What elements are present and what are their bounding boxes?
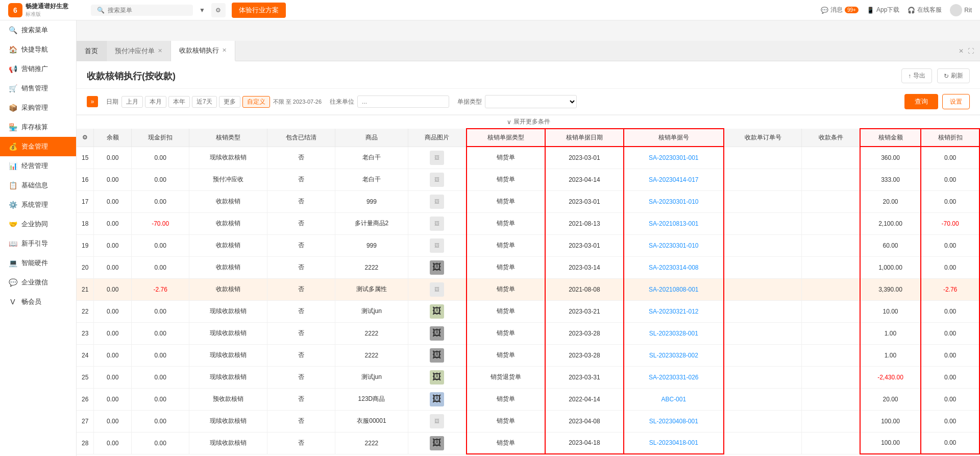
writeoff-no-link[interactable]: SA-20230414-017 bbox=[649, 176, 698, 183]
sidebar-item-search[interactable]: 🔍 搜索菜单 bbox=[0, 20, 76, 40]
sidebar-item-inventory[interactable]: 🏪 库存核算 bbox=[0, 117, 76, 137]
tab-collection[interactable]: 收款核销执行 ✕ bbox=[171, 41, 235, 61]
top-bar: 6 畅捷通谱好生意 标准版 🔍 ▼ ⚙ 体验行业方案 💬 消息 99+ 📱 Ap… bbox=[0, 0, 980, 20]
row-number: 25 bbox=[77, 366, 94, 388]
filter-bar: » 日期 上月 本月 本年 近7天 更多 自定义 不限 至 2023-07-26… bbox=[77, 89, 980, 115]
tab-prepay[interactable]: 预付冲应付单 ✕ bbox=[107, 41, 171, 61]
user-profile[interactable]: Rit bbox=[950, 4, 972, 16]
message-button[interactable]: 💬 消息 99+ bbox=[821, 6, 859, 14]
table-row: 260.000.00预收款核销否123D商品🖼销货单2022-04-14ABC-… bbox=[77, 388, 979, 410]
sidebar-item-purchase[interactable]: 📦 采购管理 bbox=[0, 98, 76, 117]
partner-input[interactable] bbox=[357, 95, 449, 108]
sidebar-item-hardware[interactable]: 💻 智能硬件 bbox=[0, 253, 76, 273]
search-input[interactable] bbox=[108, 7, 179, 14]
product-image: 🖼 bbox=[430, 414, 444, 428]
tab-close-prepay[interactable]: ✕ bbox=[158, 47, 162, 54]
date-btn-7days[interactable]: 近7天 bbox=[192, 96, 217, 108]
more-conditions-bar[interactable]: ∨ 展开更多条件 bbox=[77, 115, 980, 128]
query-button[interactable]: 查询 bbox=[904, 94, 938, 109]
table-row: 270.000.00现续收款核销否衣服00001🖼销货单2023-04-08SL… bbox=[77, 410, 979, 432]
filter-expand-button[interactable]: » bbox=[87, 96, 98, 107]
col-header-writeoff-discount: 核销折扣 bbox=[921, 129, 979, 147]
writeoff-no-link[interactable]: SL-20230328-002 bbox=[649, 352, 698, 359]
date-range-display: 不限 至 2023-07-26 bbox=[273, 98, 322, 106]
chevron-down-icon[interactable]: ▼ bbox=[199, 7, 205, 14]
writeoff-no-link[interactable]: SA-20230301-010 bbox=[649, 198, 698, 205]
sidebar-item-quick-nav[interactable]: 🏠 快捷导航 bbox=[0, 40, 76, 59]
tab-bar-actions: ✕ ⛶ bbox=[952, 47, 980, 55]
tab-bar: 首页 预付冲应付单 ✕ 收款核销执行 ✕ ✕ ⛶ bbox=[77, 41, 980, 61]
writeoff-no-link[interactable]: SA-20230301-001 bbox=[649, 154, 698, 161]
search-icon: 🔍 bbox=[97, 7, 105, 14]
sidebar-item-finance[interactable]: 💰 资金管理 bbox=[0, 137, 76, 156]
online-service-button[interactable]: 🎧 在线客服 bbox=[908, 6, 942, 14]
maximize-icon[interactable]: ⛶ bbox=[968, 47, 974, 55]
marketing-icon: 📢 bbox=[8, 64, 17, 74]
partner-filter-label: 往来单位 bbox=[330, 98, 354, 106]
col-header-writeoff-no: 核销单据号 bbox=[624, 129, 724, 147]
date-btn-this-month[interactable]: 本月 bbox=[145, 96, 166, 108]
col-header-writeoff-type: 核销类型 bbox=[189, 129, 267, 147]
date-btn-custom[interactable]: 自定义 bbox=[242, 96, 270, 108]
close-all-icon[interactable]: ✕ bbox=[959, 47, 964, 55]
export-button[interactable]: ↑ 导出 bbox=[901, 68, 932, 83]
writeoff-no-link[interactable]: SA-20230321-012 bbox=[649, 308, 698, 315]
date-btn-this-year[interactable]: 本年 bbox=[168, 96, 190, 108]
row-number: 17 bbox=[77, 190, 94, 212]
writeoff-no-link[interactable]: SL-20230418-001 bbox=[649, 439, 698, 446]
data-table: ⚙ 余额 现金折扣 核销类型 包含已结清 商品 商品图片 核销单据类型 核销单据… bbox=[77, 128, 980, 454]
sidebar-item-system[interactable]: ⚙️ 系统管理 bbox=[0, 195, 76, 214]
table-row: 230.000.00现续收款核销否2222🖼销货单2023-03-28SL-20… bbox=[77, 322, 979, 344]
settings-button[interactable]: 设置 bbox=[942, 94, 970, 109]
page-header: 收款核销执行(按收款) ↑ 导出 ↻ 刷新 bbox=[77, 61, 980, 89]
row-number: 19 bbox=[77, 234, 94, 256]
app-download-button[interactable]: 📱 App下载 bbox=[867, 6, 899, 14]
enterprise-icon: 🤝 bbox=[8, 220, 17, 229]
partner-filter-group: 往来单位 bbox=[330, 95, 449, 108]
date-btn-last-month[interactable]: 上月 bbox=[121, 96, 143, 108]
table-row: 160.000.00预付冲应收否老白干🖼销货单2023-04-14SA-2023… bbox=[77, 169, 979, 190]
refresh-button[interactable]: ↻ 刷新 bbox=[937, 68, 970, 83]
date-btn-more[interactable]: 更多 bbox=[219, 96, 240, 108]
row-number: 18 bbox=[77, 212, 94, 234]
writeoff-no-link[interactable]: SA-20210813-001 bbox=[649, 220, 698, 227]
gear-icon[interactable]: ⚙ bbox=[211, 3, 226, 17]
message-icon: 💬 bbox=[821, 7, 828, 14]
industry-button[interactable]: 体验行业方案 bbox=[232, 3, 286, 18]
writeoff-no-link[interactable]: SA-20230301-010 bbox=[649, 242, 698, 249]
inventory-icon: 🏪 bbox=[8, 123, 17, 132]
table-row: 250.000.00现续收款核销否测试jun🖼销货退货单2023-03-31SA… bbox=[77, 366, 979, 388]
sidebar-item-marketing[interactable]: 📢 营销推广 bbox=[0, 59, 76, 79]
col-header-settings[interactable]: ⚙ bbox=[77, 129, 94, 147]
sidebar-item-basic-info[interactable]: 📋 基础信息 bbox=[0, 176, 76, 195]
search-bar[interactable]: 🔍 bbox=[91, 5, 193, 16]
sidebar-item-enterprise[interactable]: 🤝 企业协同 bbox=[0, 214, 76, 234]
tab-home[interactable]: 首页 bbox=[77, 41, 107, 61]
sidebar-item-member[interactable]: V 畅会员 bbox=[0, 292, 76, 311]
headset-icon: 🎧 bbox=[908, 7, 915, 14]
home-icon: 🏠 bbox=[8, 45, 17, 54]
avatar bbox=[950, 4, 962, 16]
writeoff-no-link[interactable]: SA-20210808-001 bbox=[649, 286, 698, 293]
sidebar-item-operation[interactable]: 📊 经营管理 bbox=[0, 156, 76, 176]
writeoff-no-link[interactable]: SA-20230314-008 bbox=[649, 264, 698, 271]
hardware-icon: 💻 bbox=[8, 258, 17, 268]
sidebar-item-guide[interactable]: 📖 新手引导 bbox=[0, 234, 76, 253]
search-icon: 🔍 bbox=[8, 26, 17, 35]
sidebar-item-wechat[interactable]: 💬 企业微信 bbox=[0, 273, 76, 292]
voucher-type-select[interactable] bbox=[485, 95, 577, 108]
product-image: 🖼 bbox=[430, 217, 444, 231]
col-header-include-settled: 包含已结清 bbox=[267, 129, 335, 147]
voucher-type-label: 单据类型 bbox=[457, 98, 482, 106]
writeoff-no-link[interactable]: SL-20230408-001 bbox=[649, 418, 698, 425]
writeoff-no-link[interactable]: ABC-001 bbox=[661, 396, 686, 403]
table-row: 220.000.00现续收款核销否测试jun🖼销货单2023-03-21SA-2… bbox=[77, 300, 979, 322]
sidebar-item-sales[interactable]: 🛒 销售管理 bbox=[0, 79, 76, 98]
writeoff-no-link[interactable]: SL-20230328-001 bbox=[649, 330, 698, 337]
tab-close-collection[interactable]: ✕ bbox=[222, 47, 227, 54]
row-number: 15 bbox=[77, 147, 94, 169]
product-image: 🖼 bbox=[430, 370, 444, 385]
operation-icon: 📊 bbox=[8, 161, 17, 171]
table-row: 150.000.00现续收款核销否老白干🖼销货单2023-03-01SA-202… bbox=[77, 147, 979, 169]
writeoff-no-link[interactable]: SA-20230331-026 bbox=[649, 374, 698, 381]
